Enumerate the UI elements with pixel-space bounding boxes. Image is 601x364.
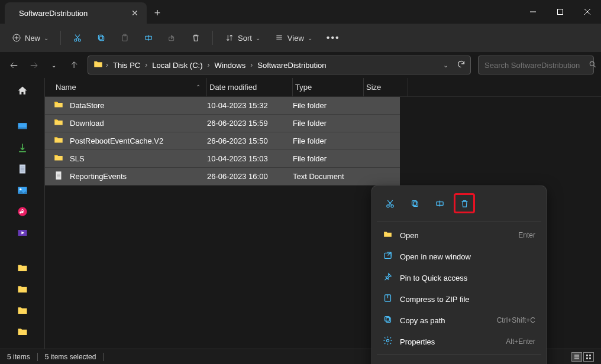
ctx-item-label: Open in new window — [400, 252, 471, 261]
tab-active[interactable]: SoftwareDistribution ✕ — [5, 2, 147, 24]
ctx-item-pin[interactable]: Pin to Quick access — [377, 267, 541, 288]
new-button[interactable]: New ⌄ — [6, 30, 54, 46]
ctx-delete-button[interactable] — [454, 193, 475, 213]
nav-folder-icon[interactable] — [17, 305, 28, 317]
file-date: 10-04-2023 15:03 — [207, 154, 293, 163]
svg-rect-24 — [18, 128, 27, 129]
close-tab-icon[interactable]: ✕ — [131, 8, 138, 18]
sidebar — [0, 78, 45, 349]
ctx-item-more[interactable]: Show more options Shift+F10 — [377, 358, 541, 364]
chevron-right-icon: › — [106, 61, 108, 69]
details-view-button[interactable] — [571, 352, 582, 362]
props-icon — [383, 336, 393, 347]
file-name: Download — [70, 119, 104, 128]
svg-point-8 — [78, 39, 80, 41]
ctx-item-copypath[interactable]: Copy as path Ctrl+Shift+C — [377, 310, 541, 331]
svg-rect-59 — [589, 358, 591, 359]
videos-icon[interactable] — [17, 227, 28, 239]
recent-button[interactable]: ⌄ — [47, 62, 60, 69]
downloads-icon[interactable] — [17, 142, 28, 154]
svg-rect-56 — [586, 355, 588, 356]
sort-label: Sort — [238, 34, 252, 43]
file-row[interactable]: PostRebootEventCache.V2 26-06-2023 15:50… — [45, 132, 400, 150]
svg-rect-48 — [385, 317, 390, 321]
ctx-cut-button[interactable] — [379, 193, 400, 213]
status-count: 5 items — [7, 353, 30, 361]
desktop-icon[interactable] — [17, 121, 28, 132]
divider — [60, 31, 61, 45]
maximize-button[interactable] — [547, 0, 574, 24]
file-row[interactable]: Download 26-06-2023 15:59 File folder — [45, 115, 400, 132]
home-icon[interactable] — [17, 85, 28, 97]
crumb-softwaredistribution[interactable]: SoftwareDistribution — [255, 61, 328, 70]
refresh-button[interactable] — [457, 60, 466, 70]
forward-button[interactable]: 🡢 — [27, 61, 40, 70]
column-size[interactable]: Size — [364, 78, 408, 96]
back-button[interactable]: 🡠 — [7, 61, 20, 70]
close-window-button[interactable] — [574, 0, 601, 24]
file-date: 26-06-2023 16:00 — [207, 172, 293, 181]
chevron-down-icon: ⌄ — [308, 35, 312, 41]
file-type: File folder — [293, 154, 364, 163]
ctx-item-label: Copy as path — [400, 316, 445, 325]
ctx-item-zip[interactable]: Compress to ZIP file — [377, 288, 541, 310]
ctx-item-open[interactable]: Open Enter — [377, 225, 541, 246]
column-type[interactable]: Type — [293, 78, 364, 96]
breadcrumb[interactable]: › This PC › Local Disk (C:) › Windows › … — [88, 56, 471, 74]
music-icon[interactable] — [17, 206, 28, 217]
more-button[interactable]: ••• — [321, 29, 346, 47]
svg-point-50 — [386, 339, 389, 342]
copypath-icon — [383, 314, 393, 326]
file-name: ReportingEvents — [70, 172, 127, 181]
icons-view-button[interactable] — [583, 352, 594, 362]
copy-button[interactable] — [91, 30, 112, 46]
view-button[interactable]: View ⌄ — [269, 30, 318, 46]
file-row[interactable]: ReportingEvents 26-06-2023 16:00 Text Do… — [45, 168, 400, 186]
minimize-button[interactable] — [519, 0, 547, 24]
documents-icon[interactable] — [17, 163, 28, 175]
pin-icon — [383, 272, 393, 284]
file-row[interactable]: SLS 10-04-2023 15:03 File folder — [45, 150, 400, 168]
column-name[interactable]: Name⌃ — [53, 78, 207, 96]
titlebar: SoftwareDistribution ✕ + — [0, 0, 601, 24]
new-tab-button[interactable]: + — [147, 2, 168, 24]
open-icon — [383, 229, 393, 241]
paste-button[interactable] — [114, 30, 135, 46]
pictures-icon[interactable] — [17, 184, 28, 196]
rename-button[interactable] — [138, 30, 159, 46]
chevron-down-icon[interactable]: ⌄ — [443, 61, 448, 69]
ctx-item-label: Compress to ZIP file — [400, 295, 470, 304]
nav-folder-icon[interactable] — [17, 262, 28, 274]
file-type: File folder — [293, 119, 364, 128]
ctx-item-props[interactable]: Properties Alt+Enter — [377, 331, 541, 352]
crumb-windows[interactable]: Windows — [212, 61, 248, 70]
chevron-down-icon: ⌄ — [44, 35, 49, 41]
search-input[interactable] — [484, 61, 584, 70]
ctx-copy-button[interactable] — [404, 193, 425, 213]
share-button[interactable] — [161, 30, 183, 46]
ctx-item-label: Open — [400, 231, 419, 240]
ctx-item-newwin[interactable]: Open in new window — [377, 246, 541, 267]
search-box[interactable] — [478, 56, 594, 74]
column-headers: Name⌃ Date modified Type Size — [45, 78, 601, 97]
svg-point-21 — [590, 61, 594, 66]
ctx-rename-button[interactable] — [429, 193, 450, 213]
column-date[interactable]: Date modified — [207, 78, 293, 96]
crumb-local-disk[interactable]: Local Disk (C:) — [150, 61, 205, 70]
crumb-this-pc[interactable]: This PC — [111, 61, 143, 70]
folder-icon — [93, 59, 104, 72]
navigation-row: 🡠 🡢 ⌄ 🡡 › This PC › Local Disk (C:) › Wi… — [0, 52, 601, 78]
svg-rect-42 — [412, 200, 416, 205]
file-date: 10-04-2023 15:32 — [207, 101, 293, 110]
sort-button[interactable]: Sort ⌄ — [219, 30, 266, 46]
file-name: DataStore — [70, 101, 105, 110]
cut-button[interactable] — [67, 30, 88, 46]
nav-folder-icon[interactable] — [17, 284, 28, 295]
delete-button[interactable] — [185, 30, 206, 46]
svg-rect-1 — [558, 9, 563, 15]
up-button[interactable]: 🡡 — [67, 61, 80, 70]
file-row[interactable]: DataStore 10-04-2023 15:32 File folder — [45, 97, 400, 115]
svg-rect-49 — [386, 318, 391, 323]
nav-folder-icon[interactable] — [17, 326, 28, 338]
file-type: Text Document — [293, 172, 364, 181]
